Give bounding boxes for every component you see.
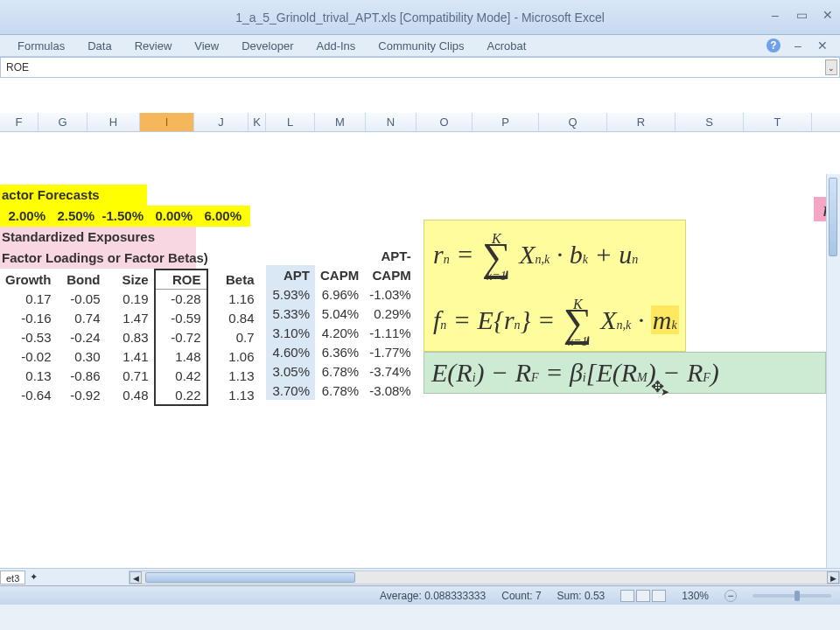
col-header-Q[interactable]: Q [539, 113, 607, 131]
formula-bar[interactable]: ROE ⌄ [0, 57, 840, 78]
col-header-M[interactable]: M [315, 113, 366, 131]
col-header-H[interactable]: H [88, 113, 140, 131]
cell-roe[interactable]: -0.59 [155, 309, 207, 328]
view-layout-icon[interactable] [636, 590, 650, 602]
cell-bond[interactable]: -0.05 [57, 290, 106, 309]
cell-growth[interactable]: 0.13 [0, 367, 57, 386]
tab-formulas[interactable]: Formulas [18, 39, 65, 52]
cell-capm[interactable]: 4.20% [315, 323, 364, 342]
cell-size[interactable]: 0.19 [106, 290, 155, 309]
worksheet-area[interactable]: FGHIJKLMNOPQRST actor Forecasts 2.00% 2.… [0, 78, 840, 568]
ribbon-minimize-icon[interactable]: – [791, 39, 805, 52]
cell-beta[interactable]: 1.13 [207, 367, 260, 386]
col-header-G[interactable]: G [38, 113, 88, 131]
ribbon-close-icon[interactable]: ✕ [816, 39, 830, 52]
cell-capm[interactable]: 6.78% [315, 381, 364, 400]
cell-growth[interactable]: -0.53 [0, 328, 57, 347]
cell-bond[interactable]: -0.86 [57, 367, 106, 386]
cell-bond[interactable]: 0.74 [57, 309, 106, 328]
cell-size[interactable]: 1.41 [106, 347, 155, 367]
col-header-P[interactable]: P [472, 113, 539, 131]
cell-beta[interactable]: 0.84 [207, 309, 260, 328]
col-header-O[interactable]: O [416, 113, 472, 131]
horizontal-scrollbar[interactable]: ◀ ▶ [129, 570, 840, 584]
cell-apt[interactable]: 3.70% [266, 381, 315, 400]
col-header-L[interactable]: L [266, 113, 315, 131]
cell-roe[interactable]: 0.42 [155, 367, 207, 386]
cell-growth[interactable]: -0.64 [0, 386, 57, 405]
restore-button[interactable]: ▭ [794, 9, 808, 21]
cell-apt[interactable]: 3.10% [266, 323, 315, 342]
col-header-F[interactable]: F [0, 113, 38, 131]
th-aptcapm: CAPM [364, 265, 416, 284]
grid-body[interactable]: actor Forecasts 2.00% 2.50% -1.50% 0.00%… [0, 132, 840, 568]
th-size: Size [106, 270, 155, 290]
hscroll-thumb[interactable] [145, 572, 355, 583]
tab-acrobat[interactable]: Acrobat [487, 39, 527, 52]
cell-beta[interactable]: 1.16 [207, 290, 260, 309]
col-header-R[interactable]: R [607, 113, 676, 131]
zoom-out-icon[interactable]: − [724, 590, 737, 602]
col-header-I[interactable]: I [140, 113, 194, 131]
cell-size[interactable]: 0.83 [106, 328, 155, 347]
cell-beta[interactable]: 1.06 [207, 347, 260, 367]
col-header-K[interactable]: K [248, 113, 266, 131]
cell-bond[interactable]: -0.92 [57, 386, 106, 405]
formula-bar-expand-icon[interactable]: ⌄ [825, 60, 837, 75]
cell-beta[interactable]: 0.7 [207, 328, 260, 347]
sheet-tab[interactable]: et3 [0, 570, 25, 584]
cell-diff[interactable]: -3.08% [364, 381, 416, 400]
cell-capm[interactable]: 5.04% [315, 304, 364, 323]
hscroll-left-icon[interactable]: ◀ [130, 571, 142, 584]
col-header-S[interactable]: S [676, 113, 744, 131]
cell-growth[interactable]: 0.17 [0, 290, 57, 309]
cell-roe[interactable]: 1.48 [155, 347, 207, 367]
title-bar: 1_a_5_Grinold_trival_APT.xls [Compatibil… [0, 0, 840, 35]
tab-addins[interactable]: Add-Ins [317, 39, 356, 52]
cell-size[interactable]: 0.48 [106, 386, 155, 405]
cell-growth[interactable]: -0.16 [0, 309, 57, 328]
cell-diff[interactable]: 0.29% [364, 304, 416, 323]
cell-size[interactable]: 1.47 [106, 309, 155, 328]
cell-apt[interactable]: 4.60% [266, 342, 315, 361]
hscroll-right-icon[interactable]: ▶ [827, 571, 839, 584]
close-button[interactable]: ✕ [821, 9, 835, 21]
vertical-scroll-thumb[interactable] [829, 178, 837, 256]
cell-roe[interactable]: -0.72 [155, 328, 207, 347]
cell-apt[interactable]: 3.05% [266, 361, 315, 381]
tab-view[interactable]: View [194, 39, 219, 52]
cell-diff[interactable]: -1.77% [364, 342, 416, 361]
col-header-J[interactable]: J [194, 113, 248, 131]
cell-diff[interactable]: -1.03% [364, 284, 416, 304]
cell-roe[interactable]: -0.28 [155, 290, 207, 309]
cell-capm[interactable]: 6.36% [315, 342, 364, 361]
new-sheet-icon[interactable]: ✦ [25, 571, 41, 583]
help-icon[interactable]: ? [766, 38, 780, 52]
tab-community-clips[interactable]: Community Clips [378, 39, 464, 52]
tab-review[interactable]: Review [135, 39, 172, 52]
cell-capm[interactable]: 6.78% [315, 361, 364, 381]
table-row: -0.53-0.240.83-0.720.7 [0, 328, 260, 347]
cell-size[interactable]: 0.71 [106, 367, 155, 386]
col-header-T[interactable]: T [744, 113, 812, 131]
cell-capm[interactable]: 6.96% [315, 284, 364, 304]
cell-bond[interactable]: -0.24 [57, 328, 106, 347]
view-pagebreak-icon[interactable] [652, 590, 666, 602]
view-normal-icon[interactable] [620, 590, 634, 602]
cell-beta[interactable]: 1.13 [207, 386, 260, 405]
cell-roe[interactable]: 0.22 [155, 386, 207, 405]
cell-apt[interactable]: 5.33% [266, 304, 315, 323]
cell-apt[interactable]: 5.93% [266, 284, 315, 304]
vertical-scrollbar[interactable] [826, 174, 840, 568]
col-header-N[interactable]: N [366, 113, 416, 131]
cell-diff[interactable]: -3.74% [364, 361, 416, 381]
zoom-slider[interactable] [752, 594, 831, 598]
minimize-button[interactable]: – [768, 9, 782, 21]
tab-developer[interactable]: Developer [242, 39, 293, 52]
view-buttons [620, 590, 666, 602]
table-row: 5.33%5.04%0.29% [266, 304, 416, 323]
cell-diff[interactable]: -1.11% [364, 323, 416, 342]
tab-data[interactable]: Data [88, 39, 111, 52]
cell-bond[interactable]: 0.30 [57, 347, 106, 367]
cell-growth[interactable]: -0.02 [0, 347, 57, 367]
